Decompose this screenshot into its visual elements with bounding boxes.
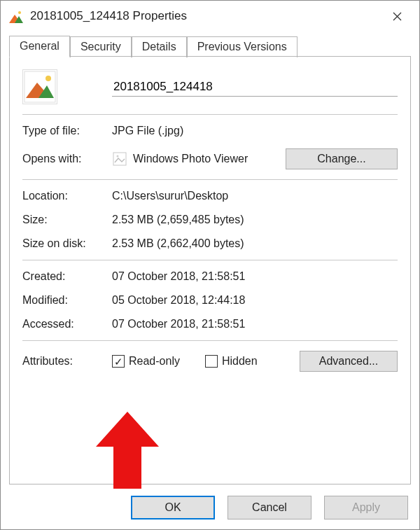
tab-security[interactable]: Security	[70, 36, 132, 57]
created-value: 07 October 2018, 21:58:51	[112, 270, 398, 283]
tab-previous-versions[interactable]: Previous Versions	[187, 36, 298, 57]
opens-with-label: Opens with:	[22, 153, 112, 165]
type-of-file-value: JPG File (.jpg)	[112, 125, 398, 137]
titlebar: 20181005_124418 Properties	[1, 1, 419, 32]
svg-marker-12	[96, 412, 159, 489]
type-of-file-label: Type of file:	[22, 125, 112, 137]
size-on-disk-value: 2.53 MB (2,662,400 bytes)	[112, 237, 398, 250]
separator	[22, 114, 398, 115]
annotation-arrow-icon	[85, 408, 169, 492]
modified-label: Modified:	[22, 294, 112, 307]
accessed-value: 07 October 2018, 21:58:51	[112, 318, 398, 330]
separator	[22, 260, 398, 260]
file-icon	[9, 9, 23, 23]
tab-general[interactable]: General	[9, 36, 70, 57]
location-value: C:\Users\surur\Desktop	[112, 190, 398, 202]
photo-viewer-icon	[112, 151, 127, 167]
tab-strip: General Security Details Previous Versio…	[1, 32, 419, 57]
location-label: Location:	[22, 190, 112, 202]
hidden-label: Hidden	[222, 355, 258, 368]
hidden-checkbox[interactable]	[205, 355, 218, 368]
attributes-label: Attributes:	[22, 355, 112, 368]
hidden-checkbox-wrap[interactable]: Hidden	[205, 355, 258, 368]
ok-button[interactable]: OK	[131, 496, 215, 519]
dialog-action-bar: OK Cancel Apply	[1, 489, 419, 529]
size-label: Size:	[22, 214, 112, 226]
apply-button[interactable]: Apply	[324, 496, 408, 519]
readonly-label: Read-only	[129, 355, 180, 368]
size-on-disk-label: Size on disk:	[22, 237, 112, 250]
modified-value: 05 October 2018, 12:44:18	[112, 294, 398, 307]
separator	[22, 179, 398, 180]
close-button[interactable]	[383, 2, 411, 30]
window-title: 20181005_124418 Properties	[30, 9, 187, 23]
properties-dialog: 20181005_124418 Properties General Secur…	[0, 0, 420, 530]
cancel-button[interactable]: Cancel	[227, 496, 312, 519]
created-label: Created:	[22, 270, 112, 283]
readonly-checkbox[interactable]: ✓	[112, 355, 125, 368]
svg-point-9	[46, 76, 51, 81]
accessed-label: Accessed:	[22, 318, 112, 330]
readonly-checkbox-wrap[interactable]: ✓ Read-only	[112, 355, 180, 368]
file-thumbnail	[22, 69, 57, 104]
size-value: 2.53 MB (2,659,485 bytes)	[112, 214, 398, 226]
tab-details[interactable]: Details	[132, 36, 187, 57]
check-icon: ✓	[114, 356, 123, 367]
separator	[22, 340, 398, 341]
change-button[interactable]: Change...	[286, 148, 398, 169]
svg-point-11	[117, 155, 119, 158]
general-panel: Type of file: JPG File (.jpg) Opens with…	[9, 57, 411, 484]
advanced-button[interactable]: Advanced...	[300, 351, 398, 372]
svg-point-3	[18, 11, 21, 14]
filename-input[interactable]	[112, 78, 398, 97]
opens-with-value: Windows Photo Viewer	[133, 153, 248, 165]
